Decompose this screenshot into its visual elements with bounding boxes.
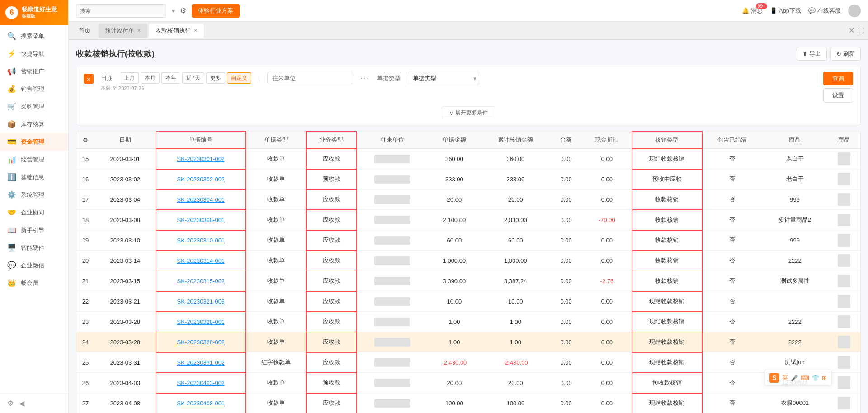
- sidebar-item-sales[interactable]: 💰销售管理: [0, 80, 68, 98]
- sidebar-item-inventory[interactable]: 📦库存核算: [0, 115, 68, 133]
- doc-no-link[interactable]: SK-20230310-001: [177, 237, 225, 244]
- th-doc-no: 单据编号: [156, 131, 246, 149]
- sidebar-item-purchase[interactable]: 🛒采购管理: [0, 98, 68, 115]
- sidebar-item-basic[interactable]: ℹ️基础信息: [0, 168, 68, 186]
- tab-collection[interactable]: 收款核销执行 ✕: [149, 24, 204, 38]
- sidebar-label-search: 搜索菜单: [21, 32, 44, 40]
- tab-home[interactable]: 首页: [72, 24, 97, 38]
- date-this-year[interactable]: 本年: [161, 72, 180, 84]
- table-row: 25 2023-03-31 SK-20230331-002 红字收款单 应收款 …: [76, 352, 860, 373]
- collapse-icon[interactable]: ◀: [19, 399, 24, 408]
- date-last-month[interactable]: 上月: [120, 72, 139, 84]
- sidebar-label-operations: 经营管理: [21, 156, 44, 164]
- sales-icon: 💰: [7, 85, 16, 93]
- doc-no-link[interactable]: SK-20230308-001: [177, 217, 225, 223]
- sidebar-label-sales: 销售管理: [21, 85, 44, 93]
- filter-actions: 查询 设置: [823, 72, 853, 103]
- filter-bar: » 日期 上月 本月 本年 近7天 更多 自定义 |: [76, 66, 861, 125]
- tabbar: 首页 预计应付单 ✕ 收款核销执行 ✕ ✕ ⛶: [69, 22, 868, 40]
- sidebar-label-basic: 基础信息: [21, 173, 44, 181]
- data-table-wrap: ⚙ 日期 单据编号 单据类型 业务类型 往来单位 单据金额 累计核销金额 余额 …: [76, 131, 861, 413]
- date-filter-label: 日期: [101, 74, 113, 82]
- tabbar-right: ✕ ⛶: [849, 26, 864, 35]
- inventory-icon: 📦: [7, 120, 16, 128]
- topbar-gear-icon[interactable]: ⚙: [180, 6, 186, 15]
- query-button[interactable]: 查询: [823, 72, 853, 85]
- support-button[interactable]: 💬 在线客服: [808, 7, 841, 15]
- table-row: 23 2023-03-28 SK-20230328-001 收款单 应收款 1.…: [76, 312, 860, 332]
- sidebar-item-hardware[interactable]: 🖥️智能硬件: [0, 239, 68, 256]
- doc-no-link[interactable]: SK-20230403-002: [177, 380, 225, 386]
- doc-no-link[interactable]: SK-20230301-002: [177, 156, 225, 162]
- sidebar-item-search[interactable]: 🔍搜索菜单: [0, 27, 68, 45]
- export-icon: ⬆: [802, 51, 807, 57]
- topbar: ▾ ⚙ 体验行业方案 🔔 消息 99+ 📱 App下载 💬 在线客服: [69, 0, 868, 22]
- sidebar-item-quick[interactable]: ⚡快捷导航: [0, 45, 68, 62]
- th-amount: 单据金额: [428, 131, 481, 149]
- filter-settings-button[interactable]: 设置: [823, 88, 853, 103]
- date-more[interactable]: 更多: [206, 72, 225, 84]
- doc-no-link[interactable]: SK-20230328-001: [177, 318, 225, 325]
- search-icon: 🔍: [7, 32, 16, 40]
- sidebar-item-wechat[interactable]: 💬企业微信: [0, 256, 68, 274]
- settings-icon[interactable]: ⚙: [7, 399, 14, 408]
- doc-no-link[interactable]: SK-20230331-002: [177, 359, 225, 366]
- voucher-type-select[interactable]: 单据类型: [408, 72, 480, 84]
- page-actions: ⬆ 导出 ↻ 刷新: [797, 47, 861, 61]
- page-content: 收款核销执行(按收款) ⬆ 导出 ↻ 刷新 »: [69, 40, 868, 413]
- solution-button[interactable]: 体验行业方案: [192, 4, 240, 18]
- expand-more-btn[interactable]: ∨ 展开更多条件: [442, 106, 495, 119]
- date-custom[interactable]: 自定义: [227, 72, 251, 84]
- voucher-type-label: 单据类型: [377, 74, 401, 82]
- doc-no-link[interactable]: SK-20230314-001: [177, 257, 225, 264]
- date-this-month[interactable]: 本月: [141, 72, 160, 84]
- topbar-dropdown-arrow[interactable]: ▾: [172, 8, 175, 14]
- table-row: 24 2023-03-28 SK-20230328-002 收款单 应收款 1.…: [76, 332, 860, 352]
- table-settings-icon[interactable]: ⚙: [83, 137, 88, 143]
- page-header: 收款核销执行(按收款) ⬆ 导出 ↻ 刷新: [76, 47, 861, 61]
- table-row: 17 2023-03-04 SK-20230304-001 收款单 应收款 20…: [76, 190, 860, 210]
- user-avatar[interactable]: [848, 5, 861, 17]
- table-row: 27 2023-04-08 SK-20230408-001 收款单 应收款 10…: [76, 393, 860, 413]
- th-settings[interactable]: ⚙: [76, 131, 94, 149]
- sidebar-label-guide: 新手引导: [21, 226, 44, 234]
- topbar-search-input[interactable]: [76, 4, 166, 18]
- sidebar-label-system: 系统管理: [21, 191, 44, 199]
- doc-no-link[interactable]: SK-20230328-002: [177, 339, 225, 346]
- filter-expand-arrow[interactable]: »: [84, 74, 94, 84]
- tabbar-expand[interactable]: ⛶: [858, 27, 864, 34]
- sidebar-item-corp[interactable]: 🤝企业协同: [0, 204, 68, 221]
- refresh-button[interactable]: ↻ 刷新: [830, 47, 861, 61]
- tabbar-close-all[interactable]: ✕: [849, 26, 854, 35]
- partner-input[interactable]: [267, 72, 353, 84]
- doc-no-link[interactable]: SK-20230408-001: [177, 400, 225, 407]
- export-button[interactable]: ⬆ 导出: [797, 47, 827, 61]
- sidebar-label-quick: 快捷导航: [21, 50, 44, 58]
- tab-prepay-close[interactable]: ✕: [137, 28, 141, 33]
- purchase-icon: 🛒: [7, 102, 16, 111]
- filter-more-options[interactable]: ···: [360, 73, 370, 83]
- doc-no-link[interactable]: SK-20230315-002: [177, 278, 225, 285]
- sidebar-item-operations[interactable]: 📊经营管理: [0, 151, 68, 168]
- messages-button[interactable]: 🔔 消息 99+: [742, 7, 763, 15]
- app-download-button[interactable]: 📱 App下载: [770, 7, 801, 15]
- th-verify-type: 核销类型: [632, 131, 702, 149]
- th-partner: 往来单位: [357, 131, 428, 149]
- sidebar-item-finance[interactable]: 💳资金管理: [0, 133, 68, 151]
- tab-collection-close[interactable]: ✕: [193, 28, 198, 33]
- doc-no-link[interactable]: SK-20230321-003: [177, 298, 225, 305]
- marketing-icon: 📢: [7, 67, 16, 76]
- topbar-right: 🔔 消息 99+ 📱 App下载 💬 在线客服: [742, 5, 861, 17]
- doc-no-link[interactable]: SK-20230304-001: [177, 196, 225, 203]
- sidebar-item-marketing[interactable]: 📢营销推广: [0, 62, 68, 80]
- filter-expand-row: ∨ 展开更多条件: [84, 106, 853, 119]
- th-balance: 余额: [551, 131, 582, 149]
- sidebar: 6 畅康道好生意 标推版 🔍搜索菜单⚡快捷导航📢营销推广💰销售管理🛒采购管理📦库…: [0, 0, 69, 413]
- doc-no-link[interactable]: SK-20230302-002: [177, 176, 225, 183]
- sidebar-item-system[interactable]: ⚙️系统管理: [0, 186, 68, 204]
- table-row: 18 2023-03-08 SK-20230308-001 收款单 应收款 2,…: [76, 210, 860, 230]
- tab-prepay[interactable]: 预计应付单 ✕: [99, 24, 147, 38]
- sidebar-item-guide[interactable]: 📖新手引导: [0, 221, 68, 239]
- sidebar-item-member[interactable]: 👑畅会员: [0, 274, 68, 292]
- date-last-7days[interactable]: 近7天: [182, 72, 204, 84]
